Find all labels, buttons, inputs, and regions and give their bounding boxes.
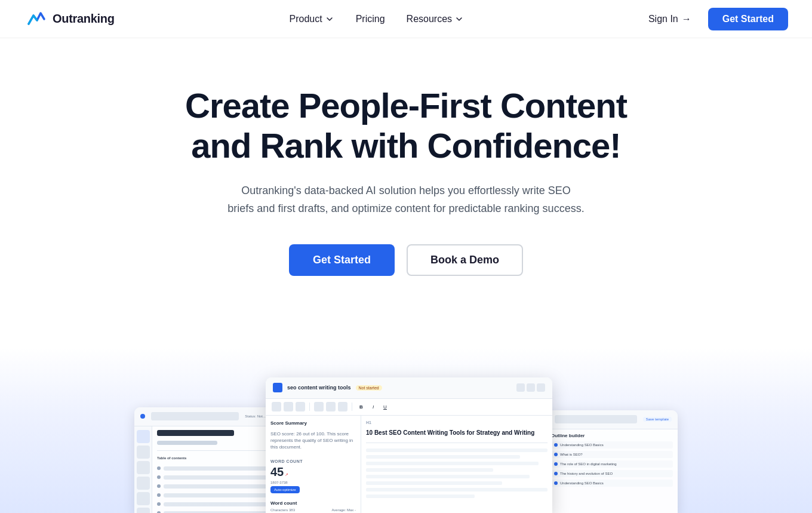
left-header-icon xyxy=(140,414,145,419)
toolbar-bold-btn: B xyxy=(356,402,366,411)
word-count-stats: Characters 383 Average: Max - Words 45 M… xyxy=(270,508,356,513)
sidebar-nav-item xyxy=(137,492,150,505)
get-started-nav-button[interactable]: Get Started xyxy=(708,8,788,30)
hero-book-demo-button[interactable]: Book a Demo xyxy=(407,244,523,276)
nav-product[interactable]: Product xyxy=(281,9,343,29)
preview-area: Status: Not... Table of contents xyxy=(0,348,812,513)
auto-optimize-label: Auto-optimize xyxy=(270,486,300,493)
word-count-label: WORD COUNT xyxy=(270,459,356,463)
left-doc-subtitle xyxy=(157,441,217,445)
outline-bullet xyxy=(554,462,558,466)
sidebar-item xyxy=(157,502,267,506)
arrow-right-icon: → xyxy=(682,14,691,24)
outline-bullet xyxy=(554,472,558,475)
sidebar-item-bullet xyxy=(157,502,161,506)
article-title: 10 Best SEO Content Writing Tools for St… xyxy=(366,429,548,437)
hero-title: Create People-First Content and Rank wit… xyxy=(185,86,627,165)
outline-item: The role of SEO in digital marketing xyxy=(551,460,673,468)
article-line xyxy=(366,494,475,498)
sidebar-item-text xyxy=(164,502,267,506)
toolbar-btn xyxy=(338,402,347,411)
left-sidebar-content: Table of contents xyxy=(152,426,272,513)
sidebar-item-bullet xyxy=(157,466,161,470)
toolbar-btn xyxy=(296,402,305,411)
word-count-value: 45 xyxy=(270,465,284,479)
sidebar-nav-item xyxy=(137,508,150,513)
stat-label: Characters 383 xyxy=(270,508,295,512)
word-count-display: 45 ↗ xyxy=(270,465,356,479)
center-panel-body: Score Summary SEO score: 26 out of 100. … xyxy=(266,416,552,513)
article-line xyxy=(366,462,539,465)
toolbar-underline-btn: U xyxy=(380,402,390,411)
article-line xyxy=(366,481,502,485)
header-actions xyxy=(516,383,545,392)
sidebar-item-bullet xyxy=(157,475,161,479)
sidebar-item-bullet xyxy=(157,493,161,497)
outline-item: What is SEO? xyxy=(551,451,673,458)
hero-section: Create People-First Content and Rank wit… xyxy=(0,38,812,348)
sidebar-item-text xyxy=(164,493,267,497)
divider xyxy=(157,450,267,451)
center-score-panel: Score Summary SEO score: 26 out of 100. … xyxy=(266,416,361,513)
toolbar-btn xyxy=(272,402,281,411)
chevron-down-icon xyxy=(325,14,334,24)
right-panel-title-bar xyxy=(555,415,637,423)
table-of-contents-label: Table of contents xyxy=(157,456,267,460)
word-count-arrow: ↗ xyxy=(285,472,288,477)
stat-row: Characters 383 Average: Max - xyxy=(270,508,356,512)
article-line xyxy=(366,455,520,459)
preview-panel-center: seo content writing tools Not started xyxy=(266,377,552,513)
nav-pricing[interactable]: Pricing xyxy=(347,9,393,29)
sidebar-item-text xyxy=(164,475,267,480)
center-toolbar: B I U xyxy=(266,399,552,416)
header-btn xyxy=(537,383,545,392)
toolbar-divider xyxy=(309,403,310,411)
score-desc: SEO score: 26 out of 100. This score rep… xyxy=(270,431,356,451)
preview-panel-right: Save template Outline builder Understand… xyxy=(546,410,678,513)
preview-panel-left: Status: Not... Table of contents xyxy=(134,407,272,513)
sidebar-item xyxy=(157,484,267,489)
center-panel-header: seo content writing tools Not started xyxy=(266,377,552,399)
sidebar-item xyxy=(157,493,267,497)
nav-links: Product Pricing Resources xyxy=(281,9,473,29)
outline-bullet xyxy=(554,453,558,456)
sidebar-nav-item xyxy=(137,446,150,459)
right-panel-header: Save template xyxy=(546,410,678,429)
hero-get-started-button[interactable]: Get Started xyxy=(289,244,395,276)
nav-resources[interactable]: Resources xyxy=(398,9,472,29)
outline-builder-title: Outline builder xyxy=(551,433,673,438)
save-template-btn: Save template xyxy=(643,417,672,422)
center-article-panel: H1 10 Best SEO Content Writing Tools for… xyxy=(361,416,552,513)
logo[interactable]: Outranking xyxy=(24,7,115,31)
toolbar-btn xyxy=(284,402,293,411)
left-panel-body: Table of contents xyxy=(134,426,272,513)
article-line xyxy=(366,449,548,452)
outline-item: The history and evolution of SEO xyxy=(551,470,673,477)
score-summary-label: Score Summary xyxy=(270,420,356,426)
outline-item: Understanding SEO Basics xyxy=(551,441,673,449)
center-status-badge: Not started xyxy=(356,385,382,391)
navbar: Outranking Product Pricing Resources Sig… xyxy=(0,0,812,38)
outline-item-label: What is SEO? xyxy=(560,453,583,456)
sidebar-nav-item xyxy=(137,461,150,474)
outline-bullet xyxy=(554,443,558,447)
outline-item-label: Understanding SEO Basics xyxy=(560,443,604,447)
chevron-down-icon xyxy=(454,14,464,24)
sidebar-nav-item xyxy=(137,477,150,490)
preview-container: Status: Not... Table of contents xyxy=(78,377,734,513)
toolbar-divider xyxy=(352,403,352,411)
header-btn xyxy=(527,383,535,392)
outline-item: Understanding SEO Basics xyxy=(551,480,673,487)
center-doc-title: seo content writing tools xyxy=(287,385,351,391)
toolbar-italic-btn: I xyxy=(368,402,378,411)
sign-in-button[interactable]: Sign In → xyxy=(639,9,701,29)
hero-cta-group: Get Started Book a Demo xyxy=(289,244,523,276)
left-panel-header: Status: Not... xyxy=(134,407,272,426)
divider xyxy=(366,443,548,443)
article-line xyxy=(366,488,548,492)
header-btn xyxy=(516,383,525,392)
toolbar-btn xyxy=(314,402,324,411)
outline-item-label: The role of SEO in digital marketing xyxy=(560,462,617,466)
stat-value: Average: Max - xyxy=(331,508,356,512)
sidebar-item xyxy=(157,466,267,471)
